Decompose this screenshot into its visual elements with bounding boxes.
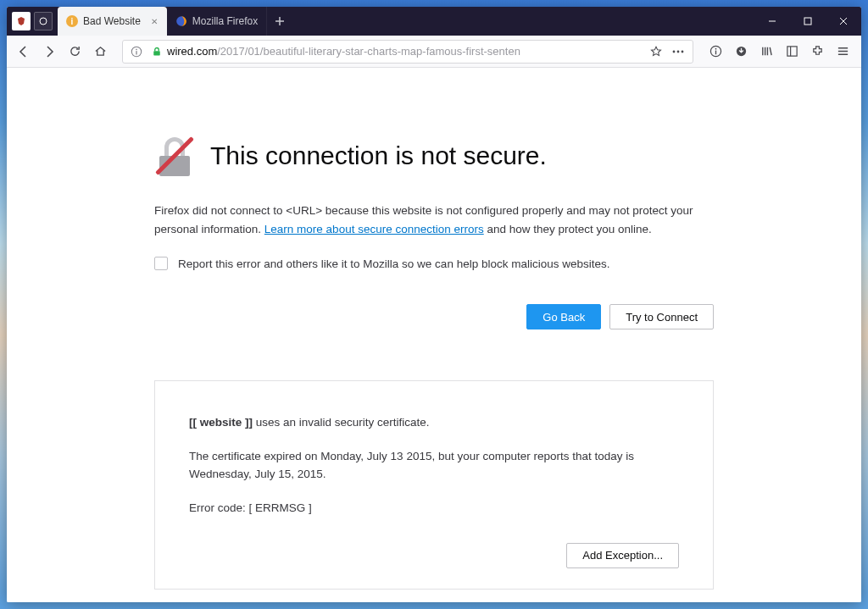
go-back-button[interactable]: Go Back [526,304,601,329]
details-expiry: The certificate expired on Monday, July … [189,447,679,484]
toolbar-right-icons [704,40,856,64]
sidebar-icon[interactable] [780,40,804,64]
learn-more-link[interactable]: Learn more about secure connection error… [264,223,484,235]
tab-close-icon[interactable]: ✕ [151,17,158,26]
report-label: Report this error and others like it to … [178,257,609,270]
downloads-icon[interactable] [729,40,753,64]
svg-point-0 [40,18,47,25]
url-path: /2017/01/beautiful-literary-star-charts-… [217,45,520,58]
page-actions-icon[interactable] [667,50,689,53]
tab-label: Mozilla Firefox [192,15,258,27]
close-window-button[interactable] [826,7,861,36]
svg-rect-14 [787,47,796,56]
app-menu-icon[interactable] [831,40,854,64]
app-icon-2[interactable] [34,12,53,30]
window-controls [754,7,861,36]
details-invalid-cert: [[ website ]] uses an invalid security c… [189,413,679,432]
tab-inactive[interactable]: Mozilla Firefox [167,7,267,36]
report-checkbox[interactable] [154,257,168,270]
navigation-toolbar: wired.com/2017/01/beautiful-literary-sta… [7,36,861,68]
error-description: Firefox did not connect to <URL> because… [154,202,714,238]
certificate-details-box: [[ website ]] uses an invalid security c… [154,380,714,589]
svg-rect-12 [715,51,715,55]
tab-label: Bad Website [83,15,141,27]
reload-button[interactable] [63,40,86,64]
content-area: This connection is not secure. Firefox d… [7,68,861,602]
address-bar[interactable]: wired.com/2017/01/beautiful-literary-sta… [122,40,693,64]
add-exception-button[interactable]: Add Exception... [566,543,679,568]
error-desc-post: and how they protect you online. [484,223,652,235]
forward-button[interactable] [37,40,61,64]
svg-rect-6 [153,51,160,55]
library-icon[interactable] [754,40,778,64]
new-tab-button[interactable] [267,7,292,36]
back-button[interactable] [12,40,36,64]
tab-strip: i Bad Website ✕ Mozilla Firefox [58,7,754,36]
titlebar: i Bad Website ✕ Mozilla Firefox [7,7,861,36]
extension-icon[interactable] [805,40,829,64]
firefox-favicon-icon [175,15,187,27]
svg-point-7 [673,50,676,53]
titlebar-app-icons [7,7,58,36]
firefox-window: i Bad Website ✕ Mozilla Firefox [7,7,861,602]
tab-active[interactable]: i Bad Website ✕ [58,7,167,36]
svg-point-8 [677,50,680,53]
security-error-page: This connection is not secure. Firefox d… [154,136,714,590]
maximize-button[interactable] [790,7,826,36]
details-error-code: Error code: [ ERRMSG ] [189,499,679,518]
svg-point-4 [136,48,137,50]
site-info-icon[interactable] [126,46,147,58]
insecure-lock-icon [154,136,195,176]
details-invalid-cert-text: uses an invalid security certificate. [253,416,430,429]
try-connect-button[interactable]: Try to Connect [609,304,714,329]
svg-point-11 [715,48,716,50]
svg-rect-2 [804,18,811,25]
info-shield-icon[interactable] [704,40,727,64]
svg-rect-5 [136,51,136,54]
svg-point-9 [682,50,684,53]
app-icon-1[interactable] [12,12,31,30]
url-host: wired.com [167,45,217,58]
lock-icon [152,47,162,57]
minimize-button[interactable] [754,7,790,36]
details-website-token: [[ website ]] [189,416,253,429]
primary-buttons: Go Back Try to Connect [154,304,714,329]
report-error-row: Report this error and others like it to … [154,257,714,270]
home-button[interactable] [88,40,112,64]
warning-favicon-icon: i [66,15,78,27]
bookmark-star-icon[interactable] [645,46,667,58]
error-heading: This connection is not secure. [210,141,547,170]
